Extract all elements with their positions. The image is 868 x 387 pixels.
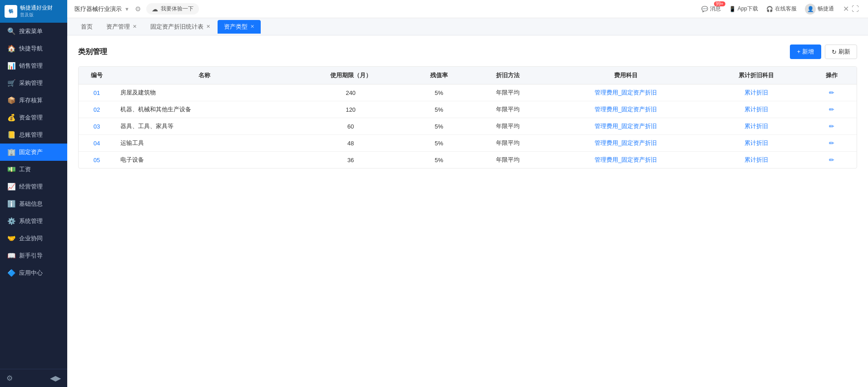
ledger-icon: 📒 bbox=[7, 131, 15, 139]
new-button[interactable]: + 新增 bbox=[790, 45, 821, 59]
sales-icon: 📊 bbox=[7, 62, 15, 70]
sidebar-item-label: 资金管理 bbox=[19, 114, 43, 122]
tab-label: 资产类型 bbox=[224, 23, 248, 31]
cell-name: 机器、机械和其他生产设备 bbox=[115, 101, 293, 118]
customer-service-item[interactable]: 🎧 在线客服 bbox=[766, 5, 797, 13]
purchase-icon: 🛒 bbox=[7, 79, 15, 87]
sidebar-item-quick-nav[interactable]: 🏠 快捷导航 bbox=[0, 40, 67, 57]
refresh-button[interactable]: ↻ 刷新 bbox=[825, 45, 857, 59]
app-logo: 畅 畅捷通好业财 普及版 bbox=[0, 0, 67, 23]
settings-icon[interactable]: ⚙ bbox=[6, 374, 13, 382]
search-icon: 🔍 bbox=[7, 27, 15, 35]
cell-residual: 5% bbox=[408, 101, 471, 118]
tab-depreciation-table[interactable]: 固定资产折旧统计表✕ bbox=[144, 20, 217, 34]
sidebar-item-label: 企业协同 bbox=[19, 234, 43, 243]
table: 编号名称使用期限（月）残值率折旧方法费用科目累计折旧科目操作 01 房屋及建筑物… bbox=[79, 67, 857, 168]
sidebar-item-ledger[interactable]: 📒 总账管理 bbox=[0, 126, 67, 144]
demo-selector[interactable]: 医疗器械行业演示 ▼ bbox=[74, 5, 129, 13]
col-header: 累计折旧科目 bbox=[706, 67, 807, 84]
cell-action[interactable]: ✏ bbox=[807, 84, 857, 101]
tab-asset-type[interactable]: 资产类型✕ bbox=[218, 20, 261, 34]
cell-id: 03 bbox=[79, 118, 115, 135]
edit-icon[interactable]: ✏ bbox=[829, 89, 834, 96]
tabbar: 首页资产管理✕固定资产折旧统计表✕资产类型✕ bbox=[67, 18, 868, 35]
sidebar-item-label: 销售管理 bbox=[19, 62, 43, 70]
experience-button[interactable]: ☁ 我要体验一下 bbox=[146, 3, 199, 15]
tab-home[interactable]: 首页 bbox=[74, 20, 99, 34]
collapse-icon[interactable]: ◀▶ bbox=[50, 374, 61, 382]
tab-close-icon[interactable]: ✕ bbox=[133, 24, 137, 30]
sidebar-item-label: 经营管理 bbox=[19, 183, 43, 191]
sidebar-item-apps[interactable]: 🔷 应用中心 bbox=[0, 264, 67, 282]
tab-asset-mgmt[interactable]: 资产管理✕ bbox=[100, 20, 143, 34]
message-item[interactable]: 💬 消息 99+ bbox=[701, 5, 721, 13]
sidebar-item-payroll[interactable]: 💵 工资 bbox=[0, 161, 67, 178]
cell-id: 02 bbox=[79, 101, 115, 118]
edit-icon[interactable]: ✏ bbox=[829, 156, 834, 164]
cell-expense: 管理费用_固定资产折旧 bbox=[546, 118, 705, 135]
sidebar-item-guide[interactable]: 📖 新手引导 bbox=[0, 247, 67, 264]
sidebar-item-operations[interactable]: 📈 经营管理 bbox=[0, 178, 67, 195]
sidebar-item-inventory[interactable]: 📦 库存核算 bbox=[0, 92, 67, 109]
message-badge: 99+ bbox=[714, 1, 725, 6]
cell-residual: 5% bbox=[408, 84, 471, 101]
cell-id: 05 bbox=[79, 152, 115, 169]
tab-label: 资产管理 bbox=[106, 23, 130, 31]
cell-action[interactable]: ✏ bbox=[807, 101, 857, 118]
sidebar-item-label: 快捷导航 bbox=[19, 45, 43, 53]
main-area: 医疗器械行业演示 ▼ ⚙ ☁ 我要体验一下 💬 消息 99+ 📱 App下载 🎧… bbox=[67, 0, 868, 387]
tab-label: 固定资产折旧统计表 bbox=[150, 23, 203, 31]
col-header: 操作 bbox=[807, 67, 857, 84]
cell-action[interactable]: ✏ bbox=[807, 118, 857, 135]
table-row: 03 器具、工具、家具等 60 5% 年限平均 管理费用_固定资产折旧 累计折旧… bbox=[79, 118, 857, 135]
quick-nav-icon: 🏠 bbox=[7, 45, 15, 53]
app-download-item[interactable]: 📱 App下载 bbox=[729, 5, 758, 13]
user-label: 畅捷通 bbox=[818, 5, 834, 13]
maximize-icon[interactable]: ⛶ bbox=[852, 5, 859, 13]
sidebar-item-fixed-assets[interactable]: 🏢 固定资产 bbox=[0, 144, 67, 161]
sidebar-nav: 🔍 搜索菜单 🏠 快捷导航 📊 销售管理 🛒 采购管理 📦 库存核算 💰 资金管… bbox=[0, 23, 67, 369]
cell-residual: 5% bbox=[408, 118, 471, 135]
guide-icon: 📖 bbox=[7, 252, 15, 260]
sidebar-item-purchase[interactable]: 🛒 采购管理 bbox=[0, 74, 67, 92]
tab-close-icon[interactable]: ✕ bbox=[250, 24, 254, 30]
sidebar-item-system[interactable]: ⚙️ 系统管理 bbox=[0, 213, 67, 230]
cell-method: 年限平均 bbox=[470, 152, 546, 169]
content-area: 类别管理 + 新增 ↻ 刷新 编号名称使用期限（月）残值率折旧方法费用科目累计折… bbox=[67, 35, 868, 387]
app-download-label: App下载 bbox=[738, 5, 758, 13]
edit-icon[interactable]: ✏ bbox=[829, 139, 834, 147]
dropdown-arrow-icon: ▼ bbox=[124, 6, 129, 12]
cell-action[interactable]: ✏ bbox=[807, 152, 857, 169]
sidebar-item-basic-info[interactable]: ℹ️ 基础信息 bbox=[0, 195, 67, 213]
col-header: 折旧方法 bbox=[470, 67, 546, 84]
sidebar: 畅 畅捷通好业财 普及版 🔍 搜索菜单 🏠 快捷导航 📊 销售管理 🛒 采购管理… bbox=[0, 0, 67, 387]
col-header: 名称 bbox=[115, 67, 293, 84]
sidebar-item-label: 库存核算 bbox=[19, 96, 43, 104]
tab-close-icon[interactable]: ✕ bbox=[206, 24, 210, 30]
sidebar-item-label: 系统管理 bbox=[19, 217, 43, 225]
sidebar-footer: ⚙ ◀▶ bbox=[0, 369, 67, 387]
sidebar-item-cooperation[interactable]: 🤝 企业协同 bbox=[0, 230, 67, 247]
sidebar-item-finance[interactable]: 💰 资金管理 bbox=[0, 109, 67, 126]
sidebar-item-label: 工资 bbox=[19, 165, 31, 174]
sidebar-item-sales[interactable]: 📊 销售管理 bbox=[0, 57, 67, 74]
cell-period: 36 bbox=[293, 152, 407, 169]
close-icon[interactable]: ✕ bbox=[843, 5, 849, 13]
cell-period: 60 bbox=[293, 118, 407, 135]
avatar: 👤 bbox=[805, 4, 816, 15]
cooperation-icon: 🤝 bbox=[7, 234, 15, 243]
fixed-assets-icon: 🏢 bbox=[7, 148, 15, 156]
edit-icon[interactable]: ✏ bbox=[829, 123, 834, 130]
sidebar-item-label: 总账管理 bbox=[19, 131, 43, 139]
col-header: 残值率 bbox=[408, 67, 471, 84]
settings-gear-icon[interactable]: ⚙ bbox=[135, 5, 141, 13]
sidebar-item-search[interactable]: 🔍 搜索菜单 bbox=[0, 23, 67, 40]
cell-action[interactable]: ✏ bbox=[807, 135, 857, 152]
table-row: 04 运输工具 48 5% 年限平均 管理费用_固定资产折旧 累计折旧 ✏ bbox=[79, 135, 857, 152]
cell-name: 电子设备 bbox=[115, 152, 293, 169]
edit-icon[interactable]: ✏ bbox=[829, 106, 834, 113]
user-item[interactable]: 👤 畅捷通 bbox=[805, 4, 834, 15]
cell-method: 年限平均 bbox=[470, 118, 546, 135]
operations-icon: 📈 bbox=[7, 183, 15, 191]
cell-accumulated: 累计折旧 bbox=[706, 135, 807, 152]
